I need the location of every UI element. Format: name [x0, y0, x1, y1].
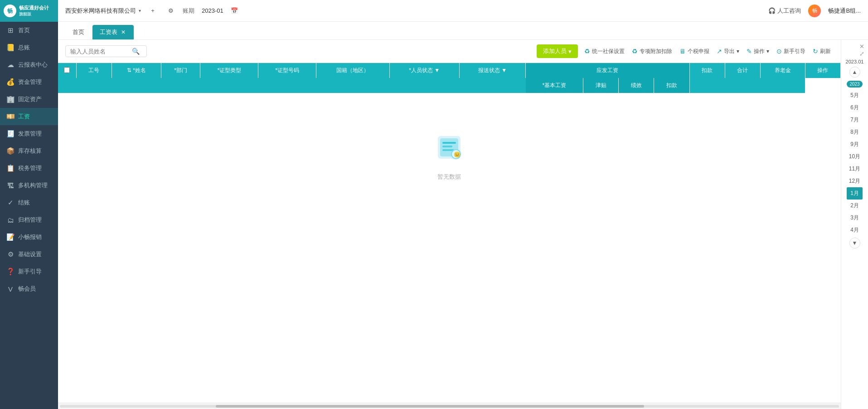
report-filter-icon[interactable]: ▼: [501, 67, 507, 73]
action-special-deduct[interactable]: ♻ 专项附加扣除: [629, 46, 675, 57]
sidebar-item-closing[interactable]: ✓ 结账: [0, 194, 58, 211]
action-refresh[interactable]: ↻ 刷新: [810, 46, 834, 57]
tab-salary-tab[interactable]: 工资表✕: [92, 25, 134, 39]
company-name: 西安虾米网络科技有限公司: [65, 7, 136, 15]
sidebar-item-archive[interactable]: 🗂 归档管理: [0, 211, 58, 229]
sidebar-item-fund[interactable]: 💰 资金管理: [0, 73, 58, 91]
sidebar-item-fixed-assets[interactable]: 🏢 固定资产: [0, 91, 58, 108]
month-item-11月[interactable]: 11月: [847, 163, 862, 175]
tab-close-icon[interactable]: ✕: [120, 29, 126, 35]
table-body: 😐 暂无数据: [58, 93, 841, 217]
month-item-8月[interactable]: 8月: [847, 126, 862, 138]
guide-icon: ❓: [6, 268, 15, 276]
empty-state-icon: 😐: [431, 129, 467, 166]
top-bar-right: 🎧 人工咨询 畅 畅捷通B组...: [768, 5, 861, 17]
month-item-10月[interactable]: 10月: [847, 151, 862, 163]
sidebar-item-multi-org[interactable]: 🏗 多机构管理: [0, 177, 58, 194]
action-social-settings[interactable]: ♻ 统一社保设置: [582, 46, 627, 57]
sidebar-item-label: 总账: [18, 44, 30, 52]
fund-icon: 💰: [6, 78, 15, 86]
panel-next-arrow[interactable]: ▼: [849, 238, 860, 248]
tab-home-tab[interactable]: 首页: [65, 25, 92, 39]
sidebar-item-guide[interactable]: ❓ 新手引导: [0, 263, 58, 280]
month-item-1月[interactable]: 1月: [847, 187, 862, 200]
month-item-5月[interactable]: 5月: [847, 89, 862, 102]
action-label: 操作: [754, 48, 765, 55]
sidebar-item-label: 首页: [18, 26, 30, 34]
horizontal-scrollbar[interactable]: [58, 403, 841, 409]
headset-icon: 🎧: [768, 7, 776, 14]
empty-state: 😐 暂无数据: [58, 93, 841, 217]
th-base-salary: *基本工资: [526, 78, 583, 93]
cloud-report-icon: ☁: [6, 61, 15, 69]
panel-period-display: 2023.01: [846, 59, 864, 64]
month-item-9月[interactable]: 9月: [847, 138, 862, 151]
company-selector[interactable]: 西安虾米网络科技有限公司 ▾: [65, 7, 141, 15]
action-label: 专项附加扣除: [640, 48, 672, 55]
month-item-4月[interactable]: 4月: [847, 224, 862, 236]
sidebar-item-settings[interactable]: ⚙ 基础设置: [0, 246, 58, 263]
scroll-thumb[interactable]: [216, 405, 644, 408]
month-item-3月[interactable]: 3月: [847, 212, 862, 224]
expense-icon: 📝: [6, 233, 15, 241]
month-item-2月[interactable]: 2月: [847, 200, 862, 212]
logo-sub: 旗舰版: [19, 11, 49, 17]
user-avatar: 畅: [808, 5, 821, 17]
month-item-7月[interactable]: 7月: [847, 114, 862, 126]
logo-text: 畅应通好会计: [19, 5, 49, 11]
th-total: 合计: [725, 63, 760, 78]
th-dept: *部门: [161, 63, 200, 78]
th-rest-spacer: [689, 78, 805, 93]
panel-expand-button[interactable]: ⤢: [857, 49, 866, 58]
th-id-type: *证型类型: [200, 63, 258, 78]
action-label: 统一社保设置: [592, 48, 625, 55]
vip-icon: V: [6, 285, 15, 293]
table-container: 工号 ⇅ *姓名 *部门 *证型类型 *证型号码 国籍（地区） *人员状态 ▼ …: [58, 63, 841, 403]
th-nationality: 国籍（地区）: [316, 63, 389, 78]
sidebar-item-home[interactable]: ⊞ 首页: [0, 22, 58, 39]
th-checkbox[interactable]: [58, 63, 76, 78]
action-label: 导出: [724, 48, 735, 55]
svg-rect-3: [442, 146, 452, 147]
refresh-icon: ↻: [813, 48, 818, 55]
search-input[interactable]: [70, 48, 129, 55]
add-person-button[interactable]: 添加人员 ▾: [537, 44, 578, 58]
action-operations[interactable]: ✎ 操作 ▾: [744, 46, 772, 57]
month-item-6月[interactable]: 6月: [847, 102, 862, 114]
status-filter-icon[interactable]: ▼: [434, 67, 440, 73]
th-pension: 养老金: [760, 63, 805, 78]
sidebar-item-label: 畅会员: [18, 285, 36, 293]
service-button[interactable]: 🎧 人工咨询: [768, 7, 801, 15]
sidebar-item-label: 发票管理: [18, 130, 42, 138]
invoice-icon: 🧾: [6, 130, 15, 138]
settings-button[interactable]: ⚙: [165, 5, 177, 17]
calendar-icon[interactable]: 📅: [231, 7, 238, 14]
sidebar-item-label: 云报表中心: [18, 61, 48, 69]
inventory-icon: 📦: [6, 147, 15, 155]
month-item-12月[interactable]: 12月: [847, 175, 862, 187]
fixed-assets-icon: 🏢: [6, 95, 15, 103]
th-performance: 绩效: [619, 78, 654, 93]
sidebar-item-label: 小畅报销: [18, 233, 42, 241]
search-box[interactable]: 🔍: [65, 45, 147, 57]
empty-state-cell: 😐 暂无数据: [58, 93, 841, 217]
action-tax-declare[interactable]: 🖥 个税申报: [677, 46, 712, 57]
action-export[interactable]: ↗ 导出 ▾: [714, 46, 742, 57]
sidebar-item-vip[interactable]: V 畅会员: [0, 280, 58, 297]
sidebar-item-expense[interactable]: 📝 小畅报销: [0, 229, 58, 246]
sidebar-item-cloud-report[interactable]: ☁ 云报表中心: [0, 56, 58, 73]
sidebar-item-invoice[interactable]: 🧾 发票管理: [0, 125, 58, 142]
sidebar-item-tax[interactable]: 📋 税务管理: [0, 160, 58, 177]
action-label: 个税申报: [688, 48, 709, 55]
sidebar-item-salary[interactable]: 💴 工资: [0, 108, 58, 125]
company-dropdown-icon: ▾: [139, 8, 141, 13]
sidebar-item-inventory[interactable]: 📦 库存核算: [0, 142, 58, 160]
action-guide[interactable]: ⊙ 新手引导: [774, 46, 808, 57]
select-all-checkbox[interactable]: [64, 67, 70, 73]
sidebar-item-ledger[interactable]: 📒 总账: [0, 39, 58, 56]
sidebar-item-label: 归档管理: [18, 216, 42, 224]
toolbar: 🔍 添加人员 ▾ ♻ 统一社保设置 ♻ 专项附加扣除 🖥 个税申报 ↗ 导出 ▾…: [58, 40, 841, 63]
user-name: 畅捷通B组...: [828, 7, 861, 15]
add-company-button[interactable]: +: [146, 5, 159, 17]
panel-prev-arrow[interactable]: ▲: [849, 67, 860, 78]
